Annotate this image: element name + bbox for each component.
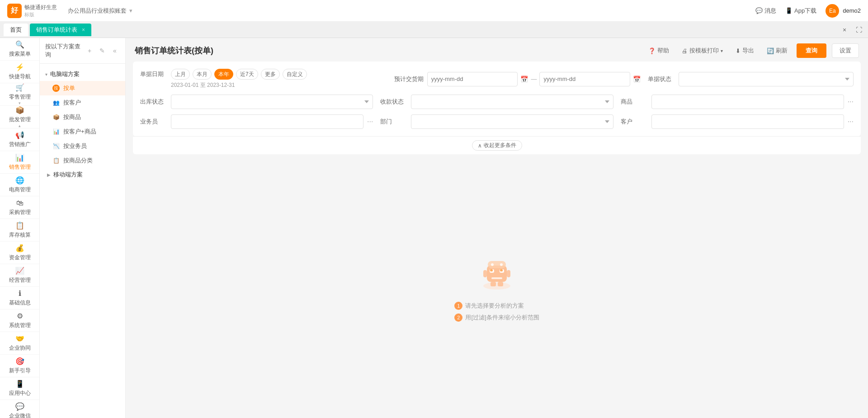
payment-status-select[interactable] [411, 95, 613, 109]
sidebar-item-purchase[interactable]: 🛍 采购管理 [0, 196, 39, 219]
user-section: Ea demo2 [826, 4, 861, 18]
scheme-item-by-salesperson[interactable]: 📉 按业务员 [40, 139, 125, 153]
sidebar-item-marketing[interactable]: 📢 营销推广 [0, 128, 39, 151]
search-icon: 🔍 [15, 40, 24, 49]
phone-icon: 📱 [15, 380, 24, 388]
filter-customer: 客户 ··· [621, 114, 854, 129]
page-title: 销售订单统计表(按单) [135, 45, 213, 56]
sidebar-item-retail[interactable]: 🛒 零售管理 ▾ [0, 83, 39, 106]
delivery-date-label: 预计交货期 [394, 75, 424, 83]
date-btn-custom[interactable]: 自定义 [283, 69, 307, 80]
help-button[interactable]: ❓ 帮助 [645, 45, 673, 57]
sidebar-item-corp-collab[interactable]: 🤝 企业协同 [0, 332, 39, 355]
scheme-item-by-order[interactable]: 按 按单 [40, 81, 125, 95]
settings-button[interactable]: 设置 [832, 43, 859, 58]
sidebar-item-finance[interactable]: 💰 资金管理 [0, 242, 39, 264]
shopping-icon: 🛍 [16, 199, 24, 207]
date-btn-last-month[interactable]: 上月 [171, 69, 190, 80]
salesperson-input[interactable] [171, 114, 363, 129]
tabbar: 首页 销售订单统计表 × × ⛶ [0, 22, 868, 38]
topbar-right: 💬 消息 📱 App下载 Ea demo2 [755, 4, 861, 18]
scheme-item-by-customer[interactable]: 👥 按客户 [40, 95, 125, 110]
message-button[interactable]: 💬 消息 [755, 7, 776, 15]
customer-input[interactable] [651, 114, 844, 129]
sidebar-item-system[interactable]: ⚙ 系统管理 [0, 309, 39, 332]
topbar-left: 好 畅捷通好生意 标版 办公用品行业模拟账套 ▾ [7, 4, 132, 18]
scheme-item-by-category[interactable]: 📋 按商品分类 [40, 153, 125, 168]
delivery-date-start-input[interactable] [427, 72, 518, 86]
collapse-panel-button[interactable]: « [110, 46, 120, 56]
page-actions: ❓ 帮助 🖨 按模板打印 ▾ ⬇ 导出 🔄 刷新 查询 设置 [645, 43, 859, 58]
delivery-date-end-input[interactable] [539, 72, 630, 86]
salesperson-label: 业务员 [140, 118, 167, 126]
svg-rect-4 [490, 269, 493, 271]
customer-more-icon[interactable]: ··· [848, 118, 854, 126]
department-select[interactable] [411, 114, 613, 129]
close-window-button[interactable]: × [839, 24, 850, 35]
ship-status-select[interactable] [171, 95, 373, 109]
sidebar-item-wholesale[interactable]: 📦 批发管理 ▴ [0, 106, 39, 128]
refresh-button[interactable]: 🔄 刷新 [763, 45, 791, 57]
export-button[interactable]: ⬇ 导出 [732, 45, 758, 57]
order-status-select[interactable] [679, 72, 854, 86]
svg-rect-8 [507, 270, 510, 277]
left-panel: 按以下方案查询 + ✎ « ▾ 电脑端方案 按 按单 👥 按客户 📦 按商 [40, 38, 126, 418]
maximize-button[interactable]: ⛶ [854, 24, 864, 35]
search-button[interactable]: 查询 [797, 43, 826, 58]
scheme-item-by-customer-goods[interactable]: 📊 按客户+商品 [40, 124, 125, 139]
salesperson-more-icon[interactable]: ··· [367, 118, 373, 126]
filter-row-3: 业务员 ··· 部门 客户 ··· [140, 114, 854, 129]
download-icon: 📱 [785, 7, 793, 14]
tab-home[interactable]: 首页 [4, 24, 28, 36]
date-btn-this-year[interactable]: 本年 [214, 69, 233, 80]
scheme-group-pc[interactable]: ▾ 电脑端方案 [40, 67, 125, 81]
tab-sales-order-stats[interactable]: 销售订单统计表 × [30, 24, 91, 36]
calendar-icon-end[interactable]: 📅 [633, 76, 641, 83]
arrow-icon: ▾ [19, 101, 21, 105]
goods-more-icon[interactable]: ··· [848, 98, 854, 106]
tip-num-2: 2 [454, 314, 462, 322]
sidebar-item-basic-info[interactable]: ℹ 基础信息 [0, 287, 39, 309]
scheme-tree: ▾ 电脑端方案 按 按单 👥 按客户 📦 按商品 📊 按客户+商品 📉 按业 [40, 64, 125, 185]
date-btn-7days[interactable]: 近7天 [236, 69, 258, 80]
goods-input[interactable] [651, 95, 844, 109]
print-button[interactable]: 🖨 按模板打印 ▾ [678, 45, 726, 57]
filter-row-1: 单据日期 上月 本月 本年 近7天 更多 自定义 2023-01-01 至 20… [140, 69, 854, 89]
svg-rect-6 [491, 277, 502, 279]
svg-rect-9 [491, 282, 496, 286]
chevron-down-icon[interactable]: ▾ [129, 7, 132, 14]
sidebar-item-quick-nav[interactable]: ⚡ 快捷导航 [0, 61, 39, 83]
add-scheme-button[interactable]: + [85, 46, 94, 56]
sidebar-item-ops[interactable]: 📈 经营管理 [0, 264, 39, 287]
scheme-item-by-goods[interactable]: 📦 按商品 [40, 110, 125, 124]
sidebar-item-sales[interactable]: 📊 销售管理 [0, 151, 39, 174]
app-download-button[interactable]: 📱 App下载 [785, 7, 816, 15]
close-tab-icon[interactable]: × [82, 27, 85, 33]
department-label: 部门 [380, 118, 407, 126]
sidebar-item-app-center[interactable]: 📱 应用中心 [0, 377, 39, 400]
gear-icon: ⚙ [17, 312, 23, 320]
sidebar: 🔍 搜索菜单 ⚡ 快捷导航 🛒 零售管理 ▾ 📦 批发管理 ▴ 📢 营销推广 📊… [0, 38, 40, 418]
date-btn-this-month[interactable]: 本月 [193, 69, 212, 80]
sidebar-item-corp-wechat[interactable]: 💬 企业微信 [0, 400, 39, 418]
scheme-group-mobile[interactable]: ▶ 移动端方案 [40, 168, 125, 181]
filter-area: 单据日期 上月 本月 本年 近7天 更多 自定义 2023-01-01 至 20… [133, 62, 861, 136]
logo: 好 畅捷通好生意 标版 [7, 4, 57, 18]
collapse-icon: ∧ [478, 142, 482, 149]
edit-scheme-button[interactable]: ✎ [97, 46, 107, 56]
svg-point-13 [500, 263, 503, 266]
filter-salesperson: 业务员 ··· [140, 114, 373, 129]
chat-icon: 💬 [15, 402, 24, 411]
date-buttons: 上月 本月 本年 近7天 更多 自定义 [171, 69, 307, 80]
svg-rect-5 [500, 269, 503, 271]
sidebar-item-ecom[interactable]: 🌐 电商管理 [0, 174, 39, 196]
collapse-filter-button[interactable]: ∧ 收起更多条件 [472, 140, 522, 151]
box-icon: 📦 [15, 106, 24, 114]
sidebar-item-search-menu[interactable]: 🔍 搜索菜单 [0, 38, 39, 61]
avatar: Ea [826, 4, 839, 18]
sidebar-item-inventory[interactable]: 📋 库存核算 [0, 219, 39, 242]
sidebar-item-onboarding[interactable]: 🎯 新手引导 [0, 355, 39, 377]
calendar-icon-start[interactable]: 📅 [520, 76, 528, 83]
date-btn-more[interactable]: 更多 [261, 69, 280, 80]
category-icon: 📋 [52, 157, 60, 164]
